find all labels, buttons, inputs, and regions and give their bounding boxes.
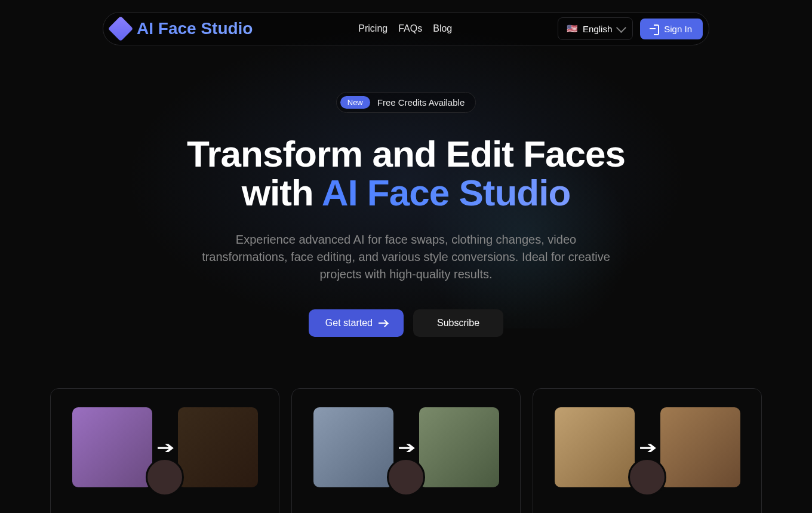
card-images: ➔ xyxy=(544,400,751,495)
logo-cube-icon xyxy=(108,16,133,41)
overlay-face-icon xyxy=(387,458,425,496)
flag-icon: 🇺🇸 xyxy=(567,23,578,34)
overlay-face-icon xyxy=(146,458,184,496)
nav-pricing[interactable]: Pricing xyxy=(358,23,387,34)
result-image xyxy=(660,407,740,487)
hero-title-prefix: with xyxy=(242,172,322,213)
nav-blog[interactable]: Blog xyxy=(433,23,452,34)
hero-section: New Free Credits Available Transform and… xyxy=(0,45,812,337)
language-label: English xyxy=(583,24,612,34)
card-change-expression[interactable]: ➔ Change Expression xyxy=(533,388,762,513)
hero-title-line1: Transform and Edit Faces xyxy=(187,133,625,174)
arrow-right-icon xyxy=(379,322,387,324)
brand-logo[interactable]: AI Face Studio xyxy=(112,19,253,38)
result-image xyxy=(178,407,258,487)
source-image xyxy=(555,407,635,487)
chevron-down-icon xyxy=(616,23,626,33)
result-image xyxy=(419,407,499,487)
source-image xyxy=(313,407,393,487)
nav-faqs[interactable]: FAQs xyxy=(398,23,422,34)
sign-in-button[interactable]: Sign In xyxy=(640,19,703,39)
announcement-text: Free Credits Available xyxy=(377,97,465,107)
subscribe-button[interactable]: Subscribe xyxy=(413,309,503,337)
hero-title: Transform and Edit Faces with AI Face St… xyxy=(0,134,812,212)
source-image xyxy=(72,407,152,487)
sign-in-icon xyxy=(651,24,659,33)
hero-description: Experience advanced AI for face swaps, c… xyxy=(197,231,615,283)
language-selector[interactable]: 🇺🇸 English xyxy=(558,17,633,40)
sign-in-label: Sign In xyxy=(664,24,692,34)
get-started-button[interactable]: Get started xyxy=(309,309,404,337)
hero-title-highlight: AI Face Studio xyxy=(322,172,571,213)
overlay-face-icon xyxy=(628,458,666,496)
brand-name: AI Face Studio xyxy=(137,19,253,38)
header: AI Face Studio Pricing FAQs Blog 🇺🇸 Engl… xyxy=(103,12,709,45)
get-started-label: Get started xyxy=(325,318,373,328)
feature-cards-row: ➔ Face Swap ➔ Multiple Face Swap ➔ Chan xyxy=(50,388,762,513)
arrow-icon: ➔ xyxy=(397,438,415,457)
arrow-icon: ➔ xyxy=(156,438,174,457)
card-multiple-face-swap[interactable]: ➔ Multiple Face Swap xyxy=(291,388,521,513)
card-images: ➔ xyxy=(303,400,509,495)
main-nav: Pricing FAQs Blog xyxy=(358,23,452,34)
header-right: 🇺🇸 English Sign In xyxy=(558,17,703,40)
arrow-icon: ➔ xyxy=(638,438,656,457)
card-face-swap[interactable]: ➔ Face Swap xyxy=(50,388,279,513)
announcement-pill[interactable]: New Free Credits Available xyxy=(336,92,476,113)
card-images: ➔ xyxy=(61,400,268,495)
hero-actions: Get started Subscribe xyxy=(0,309,812,337)
new-badge: New xyxy=(340,96,370,109)
